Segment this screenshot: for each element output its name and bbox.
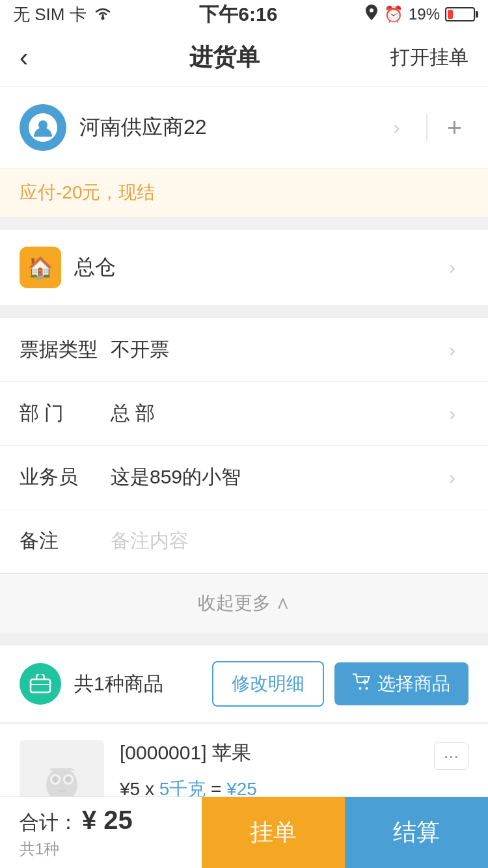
- remark-input[interactable]: 备注内容: [111, 528, 468, 554]
- nav-bar: ‹ 进货单 打开挂单: [0, 29, 488, 87]
- products-header: 共1种商品 修改明细 选择商品: [0, 645, 488, 723]
- location-icon: [364, 4, 379, 25]
- battery-icon: [445, 7, 475, 21]
- notice-bar: 应付-20元，现结: [0, 169, 488, 217]
- product-count: 共1种商品: [74, 671, 212, 698]
- dept-label: 部 门: [20, 400, 111, 427]
- dept-value: 总 部: [111, 400, 449, 427]
- svg-point-3: [359, 687, 362, 690]
- form-row-dept[interactable]: 部 门 总 部 ›: [0, 382, 488, 446]
- product-name: [0000001] 苹果: [120, 740, 434, 766]
- total-sub: 共1种: [20, 839, 182, 860]
- carrier-text: 无 SIM 卡: [13, 3, 87, 26]
- status-right: ⏰ 19%: [364, 4, 475, 25]
- hang-button[interactable]: 挂单: [202, 797, 345, 868]
- avatar-inner: [29, 113, 57, 142]
- select-btn-label: 选择商品: [377, 671, 450, 696]
- back-button[interactable]: ‹: [20, 43, 59, 72]
- status-bar: 无 SIM 卡 下午6:16 ⏰ 19%: [0, 0, 488, 29]
- invoice-label: 票据类型: [20, 336, 111, 363]
- chevron-icon: ›: [449, 403, 455, 425]
- invoice-value: 不开票: [111, 336, 449, 363]
- supplier-name: 河南供应商22: [79, 113, 394, 142]
- bottom-bar: 合计： ¥ 25 共1种 挂单 结算: [0, 796, 488, 868]
- warehouse-section: 🏠 总仓 ›: [0, 230, 488, 305]
- collapse-button[interactable]: 收起更多 ∧: [0, 573, 488, 632]
- total-section: 合计： ¥ 25 共1种: [0, 797, 202, 868]
- wifi-icon: [93, 5, 113, 25]
- open-pending-button[interactable]: 打开挂单: [390, 44, 468, 71]
- chevron-icon: ›: [394, 116, 400, 139]
- svg-point-9: [65, 776, 72, 783]
- status-time: 下午6:16: [199, 1, 277, 28]
- form-row-salesman[interactable]: 业务员 这是859的小智 ›: [0, 446, 488, 509]
- cart-icon: [353, 673, 372, 695]
- form-section: 票据类型 不开票 › 部 门 总 部 › 业务员 这是859的小智 › 备注 备…: [0, 318, 488, 632]
- salesman-value: 这是859的小智: [111, 464, 449, 491]
- total-line: 合计： ¥ 25: [20, 806, 182, 836]
- status-left: 无 SIM 卡: [13, 3, 113, 26]
- warehouse-name: 总仓: [74, 253, 449, 282]
- total-label: 合计：: [20, 809, 78, 836]
- edit-detail-button[interactable]: 修改明细: [212, 661, 324, 707]
- supplier-section: 河南供应商22 › +: [0, 87, 488, 169]
- settle-button[interactable]: 结算: [345, 797, 488, 868]
- select-product-button[interactable]: 选择商品: [334, 662, 468, 705]
- svg-point-4: [366, 687, 368, 690]
- form-row-invoice[interactable]: 票据类型 不开票 ›: [0, 318, 488, 382]
- divider: [426, 115, 427, 141]
- salesman-label: 业务员: [20, 464, 111, 491]
- form-row-remark[interactable]: 备注 备注内容: [0, 509, 488, 573]
- product-icon: [20, 663, 61, 705]
- chevron-icon: ›: [449, 467, 455, 489]
- svg-point-8: [52, 776, 59, 783]
- page-title: 进货单: [189, 42, 260, 74]
- svg-rect-2: [31, 679, 50, 692]
- total-amount: ¥ 25: [82, 806, 133, 835]
- warehouse-icon: 🏠: [20, 247, 61, 288]
- add-button[interactable]: +: [441, 113, 468, 142]
- more-options-button[interactable]: ···: [434, 742, 468, 770]
- avatar: [20, 104, 66, 151]
- remark-label: 备注: [20, 528, 111, 554]
- chevron-icon: ›: [449, 256, 455, 278]
- chevron-icon: ›: [449, 339, 455, 361]
- product-code: [0000001]: [120, 742, 206, 763]
- product-apple: 苹果: [212, 742, 251, 763]
- supplier-row[interactable]: 河南供应商22 › +: [0, 87, 488, 169]
- svg-point-0: [101, 16, 104, 20]
- alarm-icon: ⏰: [384, 5, 403, 23]
- main-content: 河南供应商22 › + 应付-20元，现结 🏠 总仓 › 票据类型 不开票 › …: [0, 87, 488, 868]
- battery-text: 19%: [409, 5, 440, 23]
- warehouse-row[interactable]: 🏠 总仓 ›: [0, 230, 488, 305]
